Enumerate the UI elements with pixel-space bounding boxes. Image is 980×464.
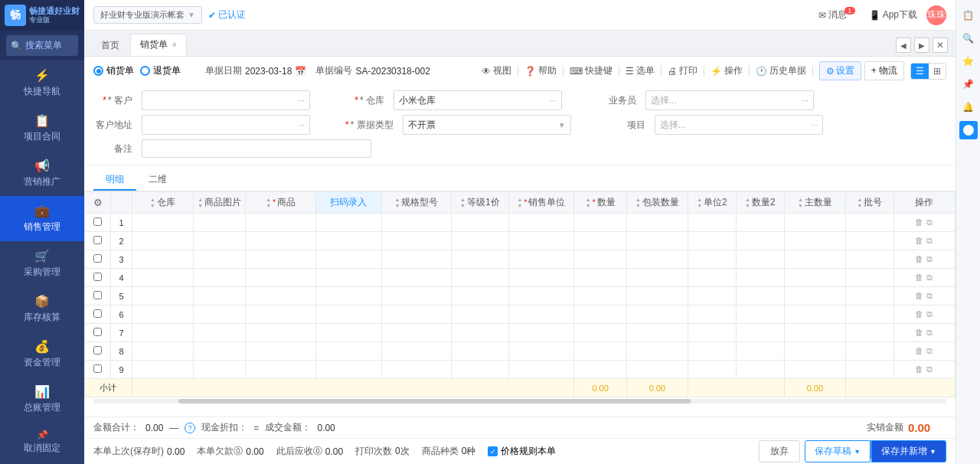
sidebar-item-cancel-fixed[interactable]: 📌 取消固定 xyxy=(0,425,84,459)
row-1-mainqty[interactable] xyxy=(784,214,845,232)
grid-view-button[interactable]: ⊞ xyxy=(929,64,946,79)
sort-down-icon[interactable]: ▼ xyxy=(150,203,155,208)
row-2-ops[interactable]: 🗑⧉ xyxy=(893,232,955,250)
col-settings-header[interactable]: ⚙ xyxy=(85,192,111,214)
calendar-icon[interactable]: 📅 xyxy=(295,66,306,77)
row-checkbox[interactable] xyxy=(93,254,102,263)
row-3-mainqty[interactable] xyxy=(784,250,845,269)
tab-close-button[interactable]: ✕ xyxy=(933,38,948,53)
table-view-button[interactable]: ☰ xyxy=(911,64,929,79)
row-1-ops[interactable]: 🗑⧉ xyxy=(893,214,955,232)
row-5-check[interactable] xyxy=(85,287,111,306)
delete-icon[interactable]: 🗑 xyxy=(913,217,924,227)
sort-down-icon[interactable]: ▼ xyxy=(798,203,803,208)
abandon-button[interactable]: 放弃 xyxy=(759,440,800,462)
sidebar-item-accounts[interactable]: 📊 总账管理 xyxy=(0,377,84,420)
delete-icon[interactable]: 🗑 xyxy=(913,327,924,338)
invoice-select[interactable]: 不开票 ▼ xyxy=(403,115,571,135)
row-1-qty[interactable] xyxy=(574,214,627,232)
col-saleunit-header[interactable]: ▲▼ *销售单位 xyxy=(508,192,574,214)
col-mainqty-header[interactable]: ▲▼ 主数量 xyxy=(784,192,845,214)
copy-icon[interactable]: ⧉ xyxy=(924,364,935,375)
tab-sale-order[interactable]: 销货单 × xyxy=(130,34,187,56)
col-qty2-header[interactable]: ▲▼ 数量2 xyxy=(736,192,784,214)
radio-sale-order[interactable]: 销货单 xyxy=(93,64,134,77)
row-4-check[interactable] xyxy=(85,269,111,287)
row-2-pkgqty[interactable] xyxy=(626,232,688,250)
row-checkbox[interactable] xyxy=(93,328,102,336)
row-7-check[interactable] xyxy=(85,324,111,342)
search-menu-button[interactable]: 🔍 搜索菜单 xyxy=(6,35,78,56)
row-2-qty[interactable] xyxy=(574,232,627,250)
row-2-check[interactable] xyxy=(85,232,111,250)
row-3-import[interactable] xyxy=(315,250,381,269)
row-checkbox[interactable] xyxy=(93,364,102,373)
sidebar-item-inventory[interactable]: 📦 库存核算 xyxy=(0,286,84,332)
sort-up-icon[interactable]: ▲ xyxy=(857,197,862,202)
row-1-pkgqty[interactable] xyxy=(626,214,688,232)
delete-icon[interactable]: 🗑 xyxy=(913,345,924,356)
row-2-spec[interactable] xyxy=(381,232,452,250)
row-2-import[interactable] xyxy=(315,232,381,250)
row-3-qty[interactable] xyxy=(574,250,627,269)
help-circle-icon[interactable]: ? xyxy=(185,423,195,433)
delete-icon[interactable]: 🗑 xyxy=(913,290,924,301)
delete-icon[interactable]: 🗑 xyxy=(913,309,924,319)
staff-input[interactable]: 选择... ··· xyxy=(645,90,814,110)
row-3-pkgqty[interactable] xyxy=(626,250,688,269)
row-3-batch[interactable] xyxy=(845,250,893,269)
row-1-import[interactable] xyxy=(315,214,381,232)
row-checkbox[interactable] xyxy=(93,236,102,244)
col-spec-header[interactable]: ▲▼ 规格型号 xyxy=(381,192,452,214)
row-3-ops[interactable]: 🗑⧉ xyxy=(893,250,955,269)
row-1-grade[interactable] xyxy=(452,214,508,232)
col-batch-header[interactable]: ▲▼ 批号 xyxy=(845,192,893,214)
row-2-grade[interactable] xyxy=(452,232,508,250)
copy-icon[interactable]: ⧉ xyxy=(924,254,935,265)
sort-up-icon[interactable]: ▲ xyxy=(395,197,400,202)
sort-down-icon[interactable]: ▼ xyxy=(586,203,591,208)
row-8-check[interactable] xyxy=(85,342,111,361)
tab-next-button[interactable]: ▶ xyxy=(914,38,929,53)
sort-up-icon[interactable]: ▲ xyxy=(150,197,155,202)
company-selector[interactable]: 好业财专业版演示帐套 ▼ xyxy=(93,6,202,24)
sort-up-icon[interactable]: ▲ xyxy=(745,197,750,202)
row-6-check[interactable] xyxy=(85,306,111,324)
sort-down-icon[interactable]: ▼ xyxy=(635,203,641,208)
sort-up-icon[interactable]: ▲ xyxy=(697,197,702,202)
sidebar-item-purchase[interactable]: 🛒 采购管理 xyxy=(0,241,84,286)
sort-down-icon[interactable]: ▼ xyxy=(518,203,523,208)
toolbar-help-button[interactable]: ❓ 帮助 xyxy=(521,63,560,79)
toolbar-ops-button[interactable]: ⚡ 操作 xyxy=(707,63,746,79)
row-1-warehouse[interactable] xyxy=(132,214,193,232)
sort-up-icon[interactable]: ▲ xyxy=(798,197,803,202)
right-panel-btn-4[interactable]: 📌 xyxy=(959,75,978,93)
row-3-qty2[interactable] xyxy=(736,250,784,269)
price-rule-checkbox[interactable]: ✓ 价格规则本单 xyxy=(488,445,556,458)
sort-down-icon[interactable]: ▼ xyxy=(697,203,702,208)
row-checkbox[interactable] xyxy=(93,291,102,299)
sort-up-icon[interactable]: ▲ xyxy=(198,197,203,202)
row-3-goods[interactable] xyxy=(246,250,316,269)
row-2-mainqty[interactable] xyxy=(784,232,845,250)
row-1-goods[interactable] xyxy=(246,214,316,232)
row-checkbox[interactable] xyxy=(93,346,102,355)
row-2-unit2[interactable] xyxy=(688,232,737,250)
row-2-warehouse[interactable] xyxy=(132,232,193,250)
col-import-header[interactable]: 扫码录入 xyxy=(315,192,381,214)
user-avatar[interactable]: 珠珠 xyxy=(926,5,946,25)
row-4-ops[interactable]: 🗑⧉ xyxy=(893,269,955,287)
customer-input[interactable]: ··· xyxy=(142,90,310,110)
row-6-ops[interactable]: 🗑⧉ xyxy=(893,306,955,324)
app-download-button[interactable]: 📱 App下载 xyxy=(869,8,917,21)
row-8-ops[interactable]: 🗑⧉ xyxy=(893,342,955,361)
save-new-button[interactable]: 保存并新增 ▼ xyxy=(871,440,946,462)
row-2-goods[interactable] xyxy=(246,232,316,250)
sort-down-icon[interactable]: ▼ xyxy=(198,203,203,208)
sort-up-icon[interactable]: ▲ xyxy=(635,197,641,202)
horizontal-scrollbar[interactable] xyxy=(84,397,956,405)
row-2-qty2[interactable] xyxy=(736,232,784,250)
sort-up-icon[interactable]: ▲ xyxy=(266,197,271,202)
sort-down-icon[interactable]: ▼ xyxy=(266,203,271,208)
subtab-detail[interactable]: 明细 xyxy=(93,170,136,191)
